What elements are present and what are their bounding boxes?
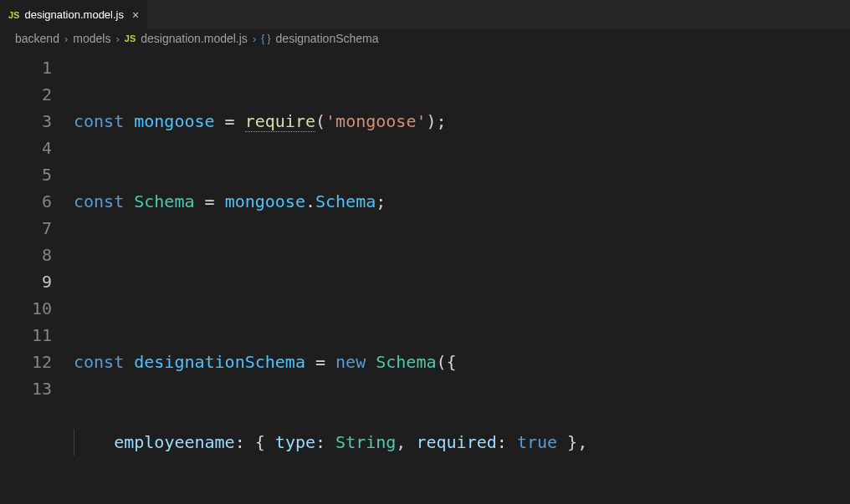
close-icon[interactable]: × (132, 8, 139, 22)
symbol-icon: { } (261, 33, 270, 44)
line-number: 6 (0, 188, 52, 215)
tab-bar: JS designation.model.js × (0, 0, 850, 29)
code-line: const designationSchema = new Schema({ (74, 349, 850, 375)
code-line (74, 268, 850, 295)
js-file-icon: JS (125, 33, 136, 43)
line-number: 3 (0, 108, 52, 135)
chevron-right-icon: › (115, 33, 119, 45)
line-number-gutter: 12345678910111213 (0, 48, 74, 504)
code-line: const Schema = mongoose.Schema; (74, 188, 850, 215)
code-area[interactable]: const mongoose = require('mongoose'); co… (74, 48, 850, 504)
chevron-right-icon: › (64, 33, 68, 45)
line-number: 4 (0, 135, 52, 161)
line-number: 12 (0, 349, 52, 375)
chevron-right-icon: › (253, 33, 256, 45)
line-number: 13 (0, 375, 52, 402)
breadcrumb[interactable]: backend › models › JS designation.model.… (0, 29, 850, 48)
line-number: 2 (0, 81, 52, 108)
breadcrumb-seg-symbol[interactable]: designationSchema (276, 32, 379, 45)
editor[interactable]: 12345678910111213 const mongoose = requi… (0, 48, 850, 504)
code-line: employeename: { type: String, required: … (74, 429, 850, 456)
line-number: 11 (0, 322, 52, 349)
line-number: 7 (0, 215, 52, 242)
line-number: 9 (0, 268, 52, 295)
tab-filename: designation.model.js (24, 8, 124, 21)
js-file-icon: JS (8, 10, 19, 20)
line-number: 1 (0, 54, 52, 81)
line-number: 10 (0, 295, 52, 322)
line-number: 8 (0, 242, 52, 268)
tab-designation-model[interactable]: JS designation.model.js × (0, 0, 148, 29)
breadcrumb-seg-models[interactable]: models (73, 32, 110, 45)
line-number: 5 (0, 161, 52, 188)
breadcrumb-seg-backend[interactable]: backend (15, 32, 59, 45)
breadcrumb-seg-file[interactable]: designation.model.js (141, 32, 248, 45)
code-line: const mongoose = require('mongoose'); (74, 108, 850, 135)
